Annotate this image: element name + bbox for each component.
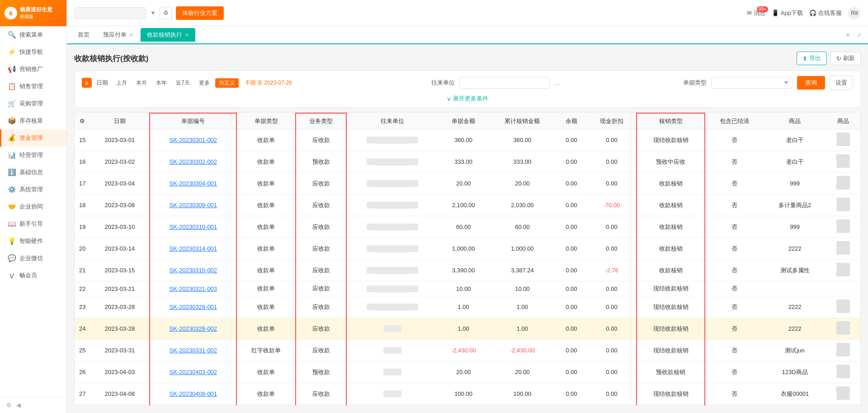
cell-voucher-no-13: SK-20230418-001 — [150, 405, 236, 406]
tab-verify[interactable]: 收款核销执行 ✕ — [141, 28, 195, 42]
tab-expand-icon[interactable]: ⤢ — [855, 30, 863, 40]
last-month-btn[interactable]: 上月 — [113, 78, 131, 88]
cell-num-6: 21 — [75, 260, 90, 281]
voucher-link-2[interactable]: SK-20230304-001 — [170, 180, 217, 187]
tab-prepay-close[interactable]: ✕ — [129, 32, 133, 38]
voucher-link-7[interactable]: SK-20230321-003 — [170, 285, 217, 292]
cell-verify-type-5: 收款核销 — [637, 238, 705, 260]
sidebar-item-库存核算[interactable]: 📦 库存核算 — [0, 112, 66, 129]
voucher-link-0[interactable]: SK-20230301-002 — [170, 137, 217, 143]
sidebar-item-基础信息[interactable]: ℹ️ 基础信息 — [0, 164, 66, 181]
voucher-link-11[interactable]: SK-20230403-002 — [170, 369, 217, 375]
counterpart-input[interactable] — [459, 77, 550, 89]
gear-icon[interactable]: ⚙ — [160, 7, 172, 19]
cell-goods-9: 2222 — [764, 318, 826, 340]
cell-amount-12: 100.00 — [438, 383, 489, 405]
voucher-type-select[interactable] — [711, 77, 793, 89]
tab-home-label: 首页 — [78, 31, 90, 39]
search-input[interactable] — [74, 7, 146, 19]
sidebar-item-企业微信[interactable]: 💬 企业微信 — [0, 250, 66, 267]
voucher-link-9[interactable]: SK-20230328-002 — [170, 325, 217, 332]
cell-voucher-type-2: 收款单 — [236, 173, 296, 195]
cell-verify-type-1: 预收中应收 — [637, 151, 705, 173]
this-month-btn[interactable]: 本月 — [132, 78, 151, 88]
voucher-link-10[interactable]: SK-20230331-002 — [170, 347, 217, 354]
custom-date-btn[interactable]: 自定义 — [215, 78, 239, 88]
collapse-icon[interactable]: ◀ — [16, 402, 21, 408]
cell-voucher-no-5: SK-20230314-001 — [150, 238, 236, 260]
col-settings[interactable]: ⚙ — [75, 113, 90, 129]
sidebar-item-企业协同[interactable]: 🤝 企业协同 — [0, 198, 66, 215]
voucher-link-3[interactable]: SK-20230308-001 — [170, 202, 217, 209]
messages-button[interactable]: ✉ 消息 99+ — [747, 9, 765, 17]
sidebar-item-销售管理[interactable]: 📋 销售管理 — [0, 78, 66, 95]
voucher-link-5[interactable]: SK-20230314-001 — [170, 245, 217, 252]
voucher-link-6[interactable]: SK-20230315-002 — [170, 267, 217, 274]
sidebar-item-资金管理[interactable]: 💰 资金管理 — [0, 129, 66, 147]
tab-close-all-icon[interactable]: ✕ — [844, 30, 852, 40]
cell-goods-2: 999 — [764, 173, 826, 195]
headset-icon: 🎧 — [809, 9, 816, 16]
settings-footer-icon[interactable]: ⚙ — [6, 402, 12, 408]
tab-home[interactable]: 首页 — [71, 28, 96, 42]
menu-icon-12: 💡 — [8, 237, 16, 245]
sidebar-item-营销推广[interactable]: 📢 营销推广 — [0, 61, 66, 78]
menu-icon-7: 📊 — [8, 151, 16, 159]
cell-settled-13: 100.00 — [489, 405, 556, 406]
expand-more-button[interactable]: ∨ 展开更多条件 — [82, 95, 853, 103]
cell-voucher-no-9: SK-20230328-002 — [150, 318, 236, 340]
more-filters-icon[interactable]: ... — [554, 79, 560, 87]
cell-verify-type-3: 收款核销 — [637, 195, 705, 216]
app-download-button[interactable]: 📱 App下载 — [772, 9, 803, 17]
sidebar-item-快捷导航[interactable]: ⚡ 快捷导航 — [0, 43, 66, 61]
menu-label-1: 快捷导航 — [19, 48, 43, 56]
cell-voucher-type-1: 收款单 — [236, 151, 296, 173]
menu-icon-14: V — [8, 272, 16, 280]
menu-label-5: 库存核算 — [19, 117, 43, 125]
menu-label-11: 新手引导 — [19, 220, 43, 228]
sidebar-item-智能硬件[interactable]: 💡 智能硬件 — [0, 233, 66, 250]
cell-voucher-type-0: 收款单 — [236, 129, 296, 151]
industry-solution-button[interactable]: 体验行业方案 — [176, 6, 224, 20]
cell-goods2-10 — [826, 340, 860, 361]
sidebar-item-系统管理[interactable]: ⚙️ 系统管理 — [0, 181, 66, 198]
last-7days-btn[interactable]: 近7天 — [172, 78, 193, 88]
cell-voucher-no-11: SK-20230403-002 — [150, 361, 236, 383]
table-row: 22 2023-03-21 SK-20230321-003 收款单 应收款 ██… — [75, 281, 860, 296]
cell-include-settled-5: 否 — [705, 238, 764, 260]
voucher-link-8[interactable]: SK-20230328-001 — [170, 304, 217, 310]
cell-voucher-no-10: SK-20230331-002 — [150, 340, 236, 361]
sidebar-item-新手引导[interactable]: 📖 新手引导 — [0, 215, 66, 233]
more-dates-btn[interactable]: 更多 — [195, 78, 213, 88]
voucher-link-1[interactable]: SK-20230302-002 — [170, 158, 217, 165]
voucher-link-4[interactable]: SK-20230310-001 — [170, 223, 217, 230]
tab-verify-close[interactable]: ✕ — [185, 32, 189, 38]
refresh-button[interactable]: ↻ 刷新 — [830, 52, 861, 65]
tab-prepay[interactable]: 预应付单 ✕ — [97, 28, 140, 42]
online-service-button[interactable]: 🎧 在线客服 — [809, 9, 842, 17]
user-avatar[interactable]: Rit — [848, 7, 861, 19]
sidebar-item-畅会员[interactable]: V 畅会员 — [0, 267, 66, 284]
cell-include-settled-8: 否 — [705, 296, 764, 318]
cell-settled-7: 10.00 — [489, 281, 556, 296]
sidebar-item-搜索菜单[interactable]: 🔍 搜索菜单 — [0, 26, 66, 43]
cell-amount-11: 20.00 — [438, 361, 489, 383]
menu-icon-8: ℹ️ — [8, 168, 16, 176]
cell-num-11: 26 — [75, 361, 90, 383]
export-button[interactable]: ⬆ 导出 — [797, 52, 827, 65]
cell-include-settled-13: 否 — [705, 405, 764, 406]
table-row: 27 2023-04-08 SK-20230408-001 收款单 应收款 10… — [75, 383, 860, 405]
query-button[interactable]: 查询 — [797, 76, 825, 90]
dropdown-arrow-icon[interactable]: ▼ — [150, 9, 156, 16]
sidebar-item-采购管理[interactable]: 🛒 采购管理 — [0, 95, 66, 112]
voucher-link-12[interactable]: SK-20230408-001 — [170, 390, 217, 397]
setting-button[interactable]: 设置 — [830, 76, 853, 90]
col-amount: 单据金额 — [438, 113, 489, 129]
cell-settled-3: 2,030.00 — [489, 195, 556, 216]
sidebar-item-经营管理[interactable]: 📊 经营管理 — [0, 147, 66, 164]
filter-toggle-button[interactable]: » — [82, 78, 92, 88]
cell-counterpart-10 — [346, 340, 438, 361]
this-year-btn[interactable]: 本年 — [152, 78, 170, 88]
cell-settled-6: 3,387.24 — [489, 260, 556, 281]
data-table-container: ⚙ 日期 单据编号 单据类型 业务类型 往来单位 单据金额 累计核销金额 余额 … — [74, 112, 861, 406]
